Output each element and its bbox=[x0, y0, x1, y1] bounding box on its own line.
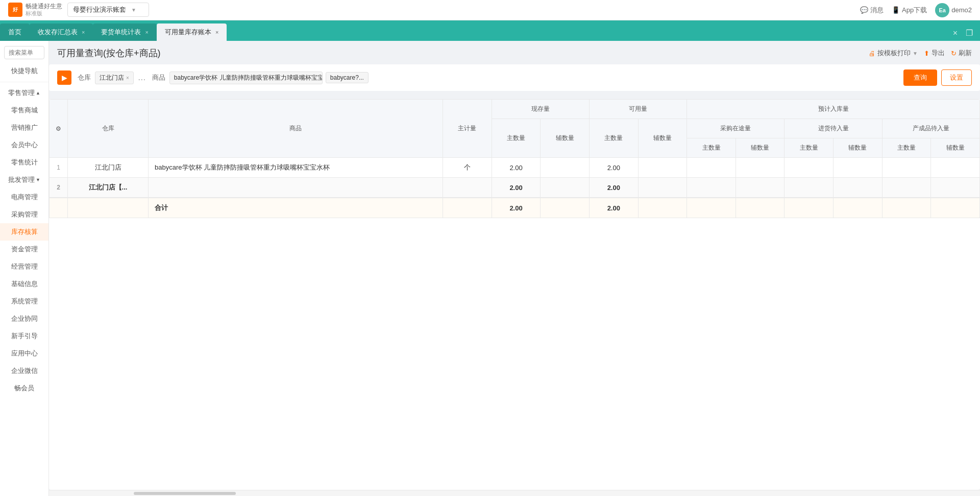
tab-available-close[interactable]: × bbox=[215, 29, 218, 35]
col-stock-aux-header: 辅数量 bbox=[541, 119, 590, 158]
col-production-aux-header: 辅数量 bbox=[931, 138, 980, 158]
sidebar-item-quicknav[interactable]: 快捷导航 bbox=[0, 62, 48, 80]
message-button[interactable]: 💬 消息 bbox=[860, 6, 884, 15]
content-area: 可用量查询(按仓库+商品) 🖨 按模板打印 ▼ ⬆ 导出 ↻ 刷新 bbox=[49, 41, 980, 496]
tab-order-close[interactable]: × bbox=[145, 29, 148, 35]
row-1-stock-aux bbox=[541, 158, 590, 178]
tab-receive-close[interactable]: × bbox=[82, 29, 85, 35]
product-label: 商品 bbox=[152, 73, 165, 82]
refresh-button[interactable]: ↻ 刷新 bbox=[951, 49, 972, 58]
row-2-purchase-main bbox=[687, 178, 736, 198]
row-1-production-main bbox=[882, 158, 931, 178]
sidebar-item-operations[interactable]: 经营管理 bbox=[0, 258, 48, 275]
product-filter: 商品 babycare学饮杯 儿童防摔防撞吸管杯重力球吸嘴杯宝宝水杯 × bab… bbox=[152, 72, 897, 84]
horizontal-scrollbar[interactable] bbox=[49, 490, 980, 496]
tab-available-label: 可用量库存账本 bbox=[165, 28, 211, 37]
warehouse-tag-1[interactable]: 江北门店 × bbox=[95, 72, 134, 84]
row-2-avail-main: 2.00 bbox=[589, 178, 638, 198]
main-layout: 快捷导航 零售管理 ▲ 零售商城 营销推广 会员中心 零售统计 批发管理 ▼ bbox=[0, 41, 980, 496]
footer-production-main bbox=[882, 198, 931, 218]
tab-order[interactable]: 要货单统计表 × bbox=[93, 23, 156, 41]
app-download-button[interactable]: 📱 App下载 bbox=[892, 6, 927, 15]
sidebar-item-finance[interactable]: 资金管理 bbox=[0, 241, 48, 258]
product-tag-1[interactable]: babycare学饮杯 儿童防摔防撞吸管杯重力球吸嘴杯宝宝水杯 × bbox=[169, 72, 323, 84]
tab-home-label: 首页 bbox=[8, 28, 21, 37]
table-body: 1 江北门店 babycare学饮杯 儿童防摔防撞吸管杯重力球吸嘴杯宝宝水杯 个… bbox=[50, 158, 980, 198]
industry-selector[interactable]: 母婴行业演示账套 ▼ bbox=[67, 3, 149, 17]
tab-receive[interactable]: 收发存汇总表 × bbox=[30, 23, 93, 41]
export-label: 导出 bbox=[932, 49, 945, 58]
sidebar-item-wechat[interactable]: 企业微信 bbox=[0, 362, 48, 380]
sidebar-item-purchase[interactable]: 采购管理 bbox=[0, 206, 48, 223]
col-available-group-header: 可用量 bbox=[589, 100, 687, 119]
footer-purchase-aux bbox=[736, 198, 785, 218]
row-2-product bbox=[149, 178, 443, 198]
col-incoming-sub-header: 进货待入量 bbox=[785, 119, 882, 138]
col-unit-header: 主计量 bbox=[443, 100, 492, 158]
warehouse-filter-more[interactable]: … bbox=[138, 73, 146, 82]
template-print-button[interactable]: 🖨 按模板打印 ▼ bbox=[869, 49, 918, 58]
print-icon: 🖨 bbox=[869, 50, 875, 57]
sidebar-item-retail-mall[interactable]: 零售商城 bbox=[0, 102, 48, 119]
sidebar-item-ecommerce[interactable]: 电商管理 bbox=[0, 188, 48, 206]
sidebar-item-retail-stats[interactable]: 零售统计 bbox=[0, 154, 48, 171]
row-2-production-aux bbox=[931, 178, 980, 198]
sidebar-item-newbie[interactable]: 新手引导 bbox=[0, 327, 48, 345]
sidebar-item-marketing[interactable]: 营销推广 bbox=[0, 119, 48, 136]
col-production-sub-header: 产成品待入量 bbox=[882, 119, 979, 138]
sidebar-item-member2[interactable]: 畅会员 bbox=[0, 380, 48, 397]
avatar: Ea bbox=[935, 3, 949, 17]
settings-button[interactable]: 设置 bbox=[941, 69, 972, 86]
col-settings-header[interactable]: ⚙ bbox=[50, 100, 68, 158]
tab-home[interactable]: 首页 bbox=[0, 23, 30, 41]
close-window-icon[interactable]: × bbox=[950, 28, 961, 39]
row-2-avail-aux bbox=[638, 178, 687, 198]
phone-icon: 📱 bbox=[892, 6, 900, 14]
tab-available[interactable]: 可用量库存账本 × bbox=[157, 23, 227, 41]
restore-window-icon[interactable]: ❐ bbox=[963, 27, 976, 39]
filter-bar: ▶ 仓库 江北门店 × … 商品 babycare学饮 bbox=[49, 64, 980, 91]
col-incoming-main-header: 主数量 bbox=[785, 138, 834, 158]
sidebar-item-app-center[interactable]: 应用中心 bbox=[0, 345, 48, 362]
table-container: ⚙ 仓库 商品 主计量 现存量 可用量 预计入库量 主数量 辅数量 主数量 辅数… bbox=[49, 99, 980, 490]
sidebar-item-enterprise[interactable]: 企业协同 bbox=[0, 310, 48, 327]
warehouse-tag-remove[interactable]: × bbox=[126, 75, 129, 81]
row-1-avail-aux bbox=[638, 158, 687, 178]
sidebar-item-retail[interactable]: 零售管理 ▲ bbox=[0, 84, 48, 102]
sidebar-item-inventory[interactable]: 库存核算 bbox=[0, 223, 48, 241]
filter-action-buttons: 查询 设置 bbox=[903, 69, 972, 86]
row-2-incoming-main bbox=[785, 178, 834, 198]
col-purchase-sub-header: 采购在途量 bbox=[687, 119, 785, 138]
col-expected-group-header: 预计入库量 bbox=[687, 100, 980, 119]
footer-empty-3 bbox=[443, 198, 492, 218]
sidebar-search-area bbox=[0, 41, 48, 62]
footer-stock-aux bbox=[541, 198, 590, 218]
page-title: 可用量查询(按仓库+商品) bbox=[57, 47, 161, 59]
sidebar-item-member[interactable]: 会员中心 bbox=[0, 136, 48, 154]
col-stock-main-header: 主数量 bbox=[492, 119, 541, 158]
template-print-label: 按模板打印 bbox=[877, 49, 911, 58]
page-actions: 🖨 按模板打印 ▼ ⬆ 导出 ↻ 刷新 bbox=[869, 49, 972, 58]
row-1-incoming-main bbox=[785, 158, 834, 178]
sidebar-item-wholesale[interactable]: 批发管理 ▼ bbox=[0, 171, 48, 188]
table-header-group: ⚙ 仓库 商品 主计量 现存量 可用量 预计入库量 bbox=[50, 100, 980, 119]
table-row: 1 江北门店 babycare学饮杯 儿童防摔防撞吸管杯重力球吸嘴杯宝宝水杯 个… bbox=[50, 158, 980, 178]
filter-expand-button[interactable]: ▶ bbox=[57, 70, 71, 85]
footer-avail-aux bbox=[638, 198, 687, 218]
col-incoming-aux-header: 辅数量 bbox=[834, 138, 883, 158]
footer-row: 合计 2.00 2.00 bbox=[50, 198, 980, 218]
row-1-purchase-aux bbox=[736, 158, 785, 178]
user-profile[interactable]: Ea demo2 bbox=[935, 3, 972, 17]
export-button[interactable]: ⬆ 导出 bbox=[924, 49, 945, 58]
sidebar-item-system[interactable]: 系统管理 bbox=[0, 293, 48, 310]
search-input[interactable] bbox=[4, 46, 44, 59]
filter-wrapper: ▶ 仓库 江北门店 × … 商品 babycare学饮 bbox=[49, 64, 980, 99]
col-purchase-main-header: 主数量 bbox=[687, 138, 736, 158]
col-purchase-aux-header: 辅数量 bbox=[736, 138, 785, 158]
refresh-label: 刷新 bbox=[959, 49, 972, 58]
export-icon: ⬆ bbox=[924, 50, 929, 57]
sidebar-item-basic[interactable]: 基础信息 bbox=[0, 275, 48, 293]
product-tag-2[interactable]: babycare?... bbox=[326, 72, 369, 83]
query-button[interactable]: 查询 bbox=[903, 69, 937, 86]
brand-icon: 好 bbox=[8, 3, 22, 17]
